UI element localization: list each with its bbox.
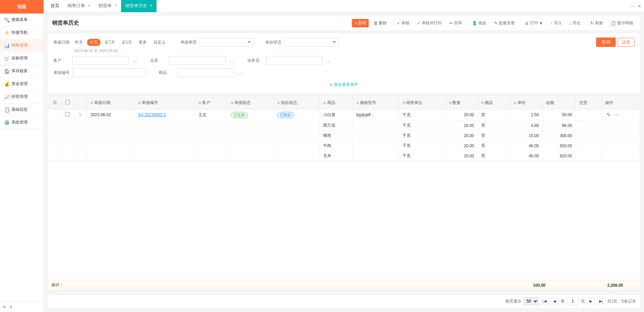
collect-status-select[interactable]: [284, 38, 338, 47]
edit-btn[interactable]: ✎: [605, 111, 612, 118]
row-doc-no: [134, 131, 195, 141]
delete-icon: 🗑: [373, 21, 378, 26]
sep1: [392, 21, 392, 26]
last-page-btn[interactable]: ▶|: [597, 297, 605, 305]
tab-sales-order-close[interactable]: ✕: [88, 4, 90, 7]
prev-page-btn[interactable]: ◀: [551, 297, 559, 305]
date-tag-7days[interactable]: 近7天: [102, 39, 118, 46]
customer-ellipsis-btn[interactable]: ...: [131, 57, 138, 63]
abandon-button[interactable]: ↩ 弃审: [447, 19, 465, 27]
row-price: 46.00: [510, 141, 542, 151]
sort-icon[interactable]: ⇅: [90, 101, 93, 105]
delete-button[interactable]: 🗑 删除: [371, 19, 390, 27]
col-amount-label: 金额: [546, 100, 554, 105]
sidebar-collapse-icon[interactable]: ⬅: [3, 305, 6, 309]
tab-sales-goods-close[interactable]: ✕: [114, 4, 117, 7]
next-page-btn[interactable]: ▶: [587, 297, 595, 305]
sidebar-item-search-menu[interactable]: 🔍 搜索菜单: [0, 14, 44, 26]
sort-icon9[interactable]: ⇅: [449, 101, 451, 105]
print-button[interactable]: 🖨 打印 ▼: [522, 19, 546, 27]
show-detail-button[interactable]: 📋 显示明细: [608, 19, 636, 27]
row-price: 46.00: [510, 151, 542, 161]
goods-input[interactable]: [177, 68, 234, 77]
row-doc-no: SA-20230602-0: [134, 109, 195, 121]
import-button[interactable]: ↑ 导入: [548, 19, 565, 27]
sidebar-item-system-mgmt[interactable]: ⚙️ 系统管理: [0, 116, 44, 129]
salesperson-ellipsis-btn[interactable]: ...: [325, 57, 332, 63]
page-header: 销货单历史 + 新增 🗑 删除 ✓ 审核 ✓ 审核并打印: [48, 16, 640, 30]
sort-icon6[interactable]: ⇅: [323, 101, 326, 105]
base-info-icon: 📋: [4, 107, 9, 112]
window-close-icon[interactable]: ✕: [637, 3, 641, 9]
batch-change-button[interactable]: ✎ 批量变更: [491, 19, 517, 27]
sort-icon3[interactable]: ⇅: [198, 101, 201, 105]
tab-home[interactable]: 首页: [47, 0, 63, 12]
row-amount: 920.00: [542, 151, 576, 161]
sidebar-item-label: 资金管理: [11, 81, 28, 87]
tab-sales-goods[interactable]: 销货单 ✕: [94, 0, 121, 12]
table-hscroll[interactable]: [48, 290, 640, 294]
sort-icon5[interactable]: ⇅: [277, 101, 280, 105]
sidebar-item-operations[interactable]: 📈 经营管理: [0, 90, 44, 103]
row-spec: [353, 141, 399, 151]
page-size-select[interactable]: 50: [524, 297, 538, 305]
filter-row-3: 单据编号 商品 ...: [53, 68, 635, 77]
col-doc-no: ⇅ 单据编号: [134, 96, 195, 109]
doc-no-link[interactable]: SA-20230602-0: [138, 112, 166, 117]
goods-ellipsis-btn[interactable]: ...: [236, 70, 243, 76]
col-trade-label: 交货: [579, 100, 587, 105]
sort-icon4[interactable]: ⇅: [231, 101, 233, 105]
table-scroll[interactable]: ⚙ ⇅ 单据日期 ⇅ 单据编: [48, 96, 640, 280]
date-tag-more[interactable]: 更多: [136, 39, 149, 46]
settings-button[interactable]: 设置: [618, 38, 635, 47]
window-minimize-icon[interactable]: —: [630, 3, 635, 9]
sidebar-pause-icon[interactable]: ⏸: [9, 305, 13, 309]
sidebar-item-inventory[interactable]: 🏠 库存核算: [0, 65, 44, 78]
date-tag-today[interactable]: 今天: [87, 39, 101, 46]
sort-icon11[interactable]: ⇅: [513, 101, 516, 105]
row-action: ✎ ⋯: [601, 109, 640, 121]
sort-icon7[interactable]: ⇅: [356, 101, 359, 105]
date-tag-yesterday[interactable]: 昨天: [72, 39, 86, 46]
sort-icon8[interactable]: ⇅: [402, 101, 405, 105]
sidebar-item-purchase-mgmt[interactable]: 🛒 采购管理: [0, 52, 44, 65]
doc-no-input[interactable]: [72, 68, 146, 77]
date-tag-1month[interactable]: 近1月: [119, 39, 135, 46]
row-checkbox[interactable]: [65, 112, 70, 116]
col-goods: ⇅ 商品: [320, 96, 353, 109]
sidebar-item-sales-mgmt[interactable]: 📊 销售管理: [0, 39, 44, 52]
add-label: 新增: [358, 20, 366, 26]
row-spec: [353, 121, 399, 131]
refresh-button[interactable]: ↻ 刷新: [588, 19, 606, 27]
warehouse-input[interactable]: [169, 56, 226, 65]
add-button[interactable]: + 新增: [352, 19, 369, 27]
sidebar-item-quick-nav[interactable]: ⚡ 快捷导航: [0, 26, 44, 39]
date-tag-custom[interactable]: 自定义: [151, 39, 168, 46]
audit-print-button[interactable]: ✓ 审核并打印: [414, 19, 445, 27]
sidebar-item-base-info[interactable]: 📋 基础信息: [0, 103, 44, 116]
export-button[interactable]: ↓ 导出: [567, 19, 584, 27]
sort-icon2[interactable]: ⇅: [138, 101, 141, 105]
doc-type-select[interactable]: [199, 38, 253, 47]
tab-sales-history-close[interactable]: ✕: [150, 4, 152, 7]
audit-button[interactable]: ✓ 审核: [394, 19, 412, 27]
query-button[interactable]: 查询: [596, 37, 616, 47]
row-gear-cell: [48, 109, 62, 121]
audit-icon: ✓: [397, 21, 400, 26]
select-all-checkbox[interactable]: [65, 100, 70, 104]
salesperson-input[interactable]: [266, 56, 323, 65]
customer-input[interactable]: [72, 56, 129, 65]
first-page-btn[interactable]: |◀: [540, 297, 549, 305]
audit-print-label: 审核并打印: [422, 20, 442, 26]
table-gear-btn[interactable]: ⚙: [51, 99, 58, 106]
warehouse-ellipsis-btn[interactable]: ...: [228, 57, 235, 63]
more-btn[interactable]: ⋯: [613, 111, 620, 118]
sidebar-item-finance[interactable]: 💰 资金管理: [0, 78, 44, 90]
sort-icon10[interactable]: ⇅: [481, 101, 484, 105]
tab-sales-history[interactable]: 销货单历史 ✕: [121, 0, 157, 12]
page-input[interactable]: 1: [567, 297, 579, 305]
collect-status-label: 收款状态: [265, 40, 282, 45]
collect-button[interactable]: 💲 收款: [469, 19, 489, 27]
filter-collapse-btn[interactable]: ∧ 收起更多条件: [53, 80, 635, 89]
tab-sales-order[interactable]: 销售订单 ✕: [63, 0, 94, 12]
